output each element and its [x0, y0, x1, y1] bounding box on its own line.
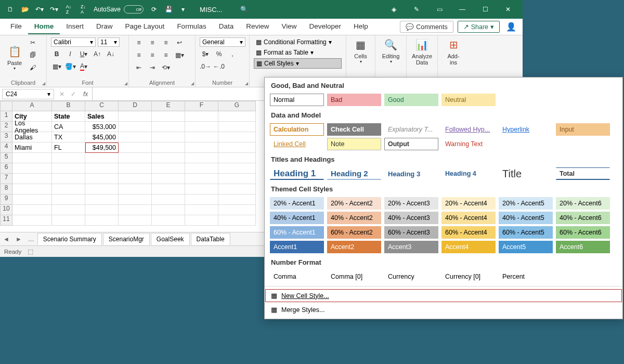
cut-icon[interactable]: ✂	[27, 37, 38, 48]
cell[interactable]: $45,000	[85, 132, 119, 142]
brush-icon[interactable]: ✎	[406, 3, 427, 16]
cell[interactable]	[152, 184, 185, 194]
cell[interactable]	[218, 184, 256, 194]
menu-draw[interactable]: Draw	[90, 19, 119, 34]
cell[interactable]: Miami	[12, 142, 52, 153]
style-swatch[interactable]: Heading 3	[384, 167, 438, 180]
style-swatch[interactable]: Accent3	[384, 241, 438, 253]
style-swatch[interactable]: 40% - Accent1	[270, 212, 324, 224]
cell[interactable]	[185, 205, 218, 215]
cell[interactable]	[119, 111, 152, 122]
row-header[interactable]: 1	[0, 111, 12, 122]
cell[interactable]	[119, 184, 152, 194]
cell[interactable]	[185, 132, 218, 142]
percent-format-icon[interactable]: %	[213, 49, 225, 59]
cell[interactable]	[152, 142, 185, 153]
style-swatch[interactable]: Hyperlink	[499, 123, 553, 136]
style-swatch[interactable]: 60% - Accent2	[327, 226, 381, 239]
row-header[interactable]: 7	[0, 174, 12, 184]
orientation-icon[interactable]: ⟲▾	[160, 62, 172, 73]
style-swatch[interactable]: Currency [0]	[441, 270, 496, 283]
cell[interactable]: $53,000	[85, 122, 119, 132]
cell[interactable]	[85, 163, 119, 174]
cell[interactable]	[12, 163, 52, 174]
style-swatch[interactable]: 20% - Accent2	[327, 197, 381, 210]
select-all-corner[interactable]	[0, 101, 12, 111]
increase-decimal-icon[interactable]: .0→	[200, 61, 211, 72]
style-swatch[interactable]: 60% - Accent4	[441, 226, 496, 239]
cell[interactable]: FL	[52, 142, 85, 153]
cell[interactable]	[185, 215, 218, 226]
col-header[interactable]: F	[185, 101, 218, 111]
cell[interactable]: $49,500	[85, 142, 119, 153]
cancel-formula-icon[interactable]: ✕	[59, 90, 64, 98]
cell[interactable]	[185, 122, 218, 132]
number-launcher-icon[interactable]: ◢	[245, 81, 248, 86]
cell[interactable]	[52, 194, 85, 205]
cell[interactable]: State	[52, 111, 85, 122]
wrap-text-icon[interactable]: ↩	[174, 37, 185, 48]
format-as-table-button[interactable]: ▦ Format as Table ▾	[254, 48, 342, 57]
cell[interactable]	[52, 205, 85, 215]
style-swatch[interactable]: 40% - Accent6	[556, 212, 610, 224]
merge-icon[interactable]: ▦▾	[174, 50, 185, 60]
style-swatch[interactable]: Calculation	[270, 123, 324, 136]
style-swatch[interactable]: Accent2	[327, 241, 381, 253]
style-swatch[interactable]: 20% - Accent1	[270, 197, 324, 210]
cell[interactable]	[185, 174, 218, 184]
cell[interactable]	[152, 111, 185, 122]
comma-format-icon[interactable]: ,	[227, 49, 238, 59]
align-bottom-icon[interactable]: ≡	[160, 37, 172, 48]
style-swatch[interactable]: Accent1	[270, 241, 324, 253]
underline-button[interactable]: U▾	[78, 49, 89, 59]
decrease-decimal-icon[interactable]: ←.0	[213, 61, 225, 72]
addins-button[interactable]: ⊞Add-ins	[442, 37, 465, 67]
style-swatch[interactable]: Accent4	[441, 241, 496, 253]
cell[interactable]	[85, 215, 119, 226]
cell[interactable]	[52, 174, 85, 184]
cell[interactable]	[218, 153, 256, 163]
col-header[interactable]: A	[12, 101, 52, 111]
cell[interactable]	[152, 215, 185, 226]
style-swatch[interactable]: 40% - Accent5	[499, 212, 553, 224]
cell[interactable]	[12, 153, 52, 163]
style-swatch[interactable]: Warning Text	[441, 138, 496, 150]
search-icon[interactable]: 🔍	[238, 3, 250, 16]
style-swatch[interactable]: Output	[384, 138, 438, 150]
name-box[interactable]: C24▾	[2, 89, 54, 99]
row-header[interactable]: 11	[0, 215, 12, 226]
style-swatch[interactable]: Bad	[327, 94, 381, 106]
cell[interactable]	[218, 215, 256, 226]
cell[interactable]: TX	[52, 132, 85, 142]
cell[interactable]: CA	[52, 122, 85, 132]
style-swatch[interactable]: 20% - Accent5	[499, 197, 553, 210]
cell[interactable]	[152, 194, 185, 205]
menu-file[interactable]: File	[4, 19, 28, 34]
row-header[interactable]: 9	[0, 194, 12, 205]
cell[interactable]	[85, 205, 119, 215]
align-center-icon[interactable]: ≡	[147, 50, 158, 60]
diamond-icon[interactable]: ◈	[383, 3, 404, 16]
menu-insert[interactable]: Insert	[60, 19, 90, 34]
menu-home[interactable]: Home	[28, 19, 60, 34]
style-swatch[interactable]: Explanatory T...	[384, 123, 438, 136]
style-swatch[interactable]: Neutral	[441, 94, 496, 106]
sheet-tab[interactable]: ScenarioMgr	[103, 233, 150, 245]
cell[interactable]	[185, 142, 218, 153]
style-swatch[interactable]: Comma	[270, 270, 324, 283]
menu-developer[interactable]: Developer	[303, 19, 347, 34]
accounting-format-icon[interactable]: $▾	[200, 49, 211, 59]
new-cell-style-menu[interactable]: ▦ New Cell Style...	[265, 289, 622, 303]
col-header[interactable]: E	[152, 101, 185, 111]
cell[interactable]	[119, 122, 152, 132]
save-icon[interactable]: 💾	[162, 3, 175, 16]
cell[interactable]	[185, 163, 218, 174]
row-header[interactable]: 6	[0, 163, 12, 174]
alignment-launcher-icon[interactable]: ◢	[191, 81, 194, 86]
analyze-data-button[interactable]: 📊Analyze Data	[411, 37, 433, 67]
row-header[interactable]: 5	[0, 153, 12, 163]
cell[interactable]	[152, 132, 185, 142]
cell[interactable]	[152, 163, 185, 174]
cell[interactable]	[85, 153, 119, 163]
undo-icon[interactable]: ↶▾	[33, 3, 46, 16]
